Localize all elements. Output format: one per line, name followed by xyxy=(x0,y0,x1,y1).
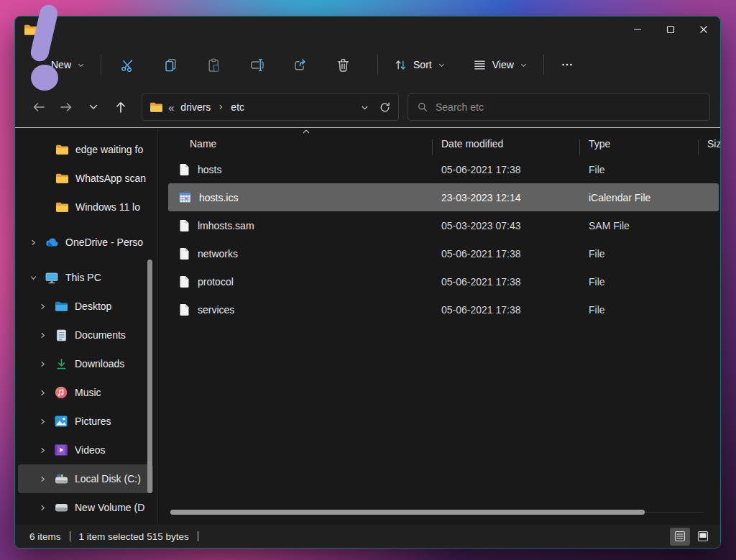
selection-count: 1 item selected xyxy=(79,531,144,542)
copy-icon xyxy=(163,58,178,73)
navigation-pane: edge waiting fo WhatsApp scan Windows 11… xyxy=(15,128,157,525)
file-row-hosts[interactable]: hosts 05-06-2021 17:38 File xyxy=(168,155,719,183)
this-pc-icon xyxy=(45,272,59,284)
trash-icon xyxy=(336,58,351,73)
copy-button[interactable] xyxy=(153,50,188,79)
sort-button-label: Sort xyxy=(413,59,432,70)
chevron-right-icon[interactable] xyxy=(37,389,47,397)
sidebar-item-label: New Volume (D xyxy=(75,502,144,513)
title-bar[interactable] xyxy=(15,17,720,42)
column-header-size[interactable]: Size xyxy=(699,138,720,150)
sidebar-item-local-disk-c[interactable]: Local Disk (C:) xyxy=(18,464,153,493)
sidebar-item-label: Videos xyxy=(75,444,106,456)
file-explorer-window: New xyxy=(14,16,721,548)
local-disk-icon xyxy=(54,474,68,485)
file-name: lmhosts.sam xyxy=(198,220,254,231)
chevron-right-icon[interactable] xyxy=(37,418,47,426)
horizontal-scrollbar[interactable] xyxy=(170,510,645,515)
search-input[interactable] xyxy=(436,101,701,113)
command-bar: New xyxy=(15,42,720,87)
column-header-type[interactable]: Type xyxy=(580,138,699,150)
sidebar-item-whatsapp-scan[interactable]: WhatsApp scan xyxy=(18,164,153,193)
file-type: File xyxy=(580,304,699,316)
selection-size: 515 bytes xyxy=(147,531,189,542)
forward-button[interactable] xyxy=(52,94,80,120)
minimize-button[interactable] xyxy=(621,17,654,42)
sidebar-scrollbar[interactable] xyxy=(147,260,152,493)
back-button[interactable] xyxy=(25,94,52,120)
onedrive-cloud-icon xyxy=(45,237,59,247)
paste-button[interactable] xyxy=(196,50,231,79)
downloads-icon xyxy=(54,358,68,370)
ellipsis-icon xyxy=(561,58,574,71)
address-dropdown-icon[interactable] xyxy=(360,103,369,112)
chevron-down-icon[interactable] xyxy=(28,274,38,282)
rename-button[interactable] xyxy=(239,50,274,79)
cut-button[interactable] xyxy=(110,50,144,79)
large-thumbnails-view-button[interactable] xyxy=(693,528,713,546)
status-separator xyxy=(70,531,70,541)
up-button[interactable] xyxy=(107,94,134,120)
file-name: hosts.ics xyxy=(199,192,238,203)
sidebar-item-documents[interactable]: Documents xyxy=(18,321,153,349)
file-icon xyxy=(179,219,190,232)
file-row-hosts-ics[interactable]: hosts.ics 23-03-2023 12:14 iCalendar Fil… xyxy=(168,183,719,211)
column-header-name[interactable]: Name xyxy=(158,138,433,150)
file-type: File xyxy=(580,164,699,175)
column-header-date-modified[interactable]: Date modified xyxy=(433,138,580,150)
sidebar-item-windows-11[interactable]: Windows 11 lo xyxy=(18,193,153,221)
delete-button[interactable] xyxy=(326,50,360,79)
chevron-right-icon[interactable] xyxy=(37,475,47,483)
file-row-networks[interactable]: networks 05-06-2021 17:38 File xyxy=(168,239,719,267)
more-options-button[interactable] xyxy=(553,50,581,79)
chevron-right-icon[interactable] xyxy=(37,360,47,368)
file-date: 05-03-2023 07:43 xyxy=(433,220,580,231)
file-icon xyxy=(179,275,190,288)
share-button[interactable] xyxy=(282,50,317,79)
folder-icon xyxy=(55,173,69,184)
close-button[interactable] xyxy=(687,17,720,42)
recent-locations-button[interactable] xyxy=(80,94,107,120)
sidebar-item-pictures[interactable]: Pictures xyxy=(18,407,153,436)
documents-icon xyxy=(54,329,68,341)
file-icon xyxy=(179,163,190,176)
breadcrumb-item-etc[interactable]: etc xyxy=(229,100,246,114)
chevron-right-icon[interactable] xyxy=(37,446,47,454)
sidebar-item-new-volume-d[interactable]: New Volume (D xyxy=(18,493,153,522)
file-date: 05-06-2021 17:38 xyxy=(433,304,580,316)
breadcrumb-item-drivers[interactable]: drivers xyxy=(179,100,212,114)
chevron-right-icon[interactable] xyxy=(28,239,38,247)
sidebar-item-videos[interactable]: Videos xyxy=(18,436,153,464)
sidebar-item-this-pc[interactable]: This PC xyxy=(18,263,153,292)
toolbar-separator xyxy=(377,55,378,75)
breadcrumb-overflow[interactable]: « xyxy=(168,101,174,114)
file-row-lmhosts-sam[interactable]: lmhosts.sam 05-03-2023 07:43 SAM File xyxy=(168,211,719,239)
file-icon xyxy=(179,247,190,260)
sidebar-item-desktop[interactable]: Desktop xyxy=(18,292,153,321)
refresh-icon[interactable] xyxy=(379,101,391,114)
chevron-right-icon[interactable] xyxy=(37,303,47,311)
chevron-right-icon xyxy=(217,104,224,111)
navigation-bar: « drivers etc xyxy=(15,87,720,127)
chevron-right-icon[interactable] xyxy=(37,331,47,339)
view-button[interactable]: View xyxy=(466,52,535,78)
file-list-pane: Name Date modified Type Size hosts 05-06… xyxy=(157,128,720,525)
sidebar-item-label: WhatsApp scan xyxy=(75,173,146,184)
sidebar-item-downloads[interactable]: Downloads xyxy=(18,349,153,378)
sidebar-item-label: This PC xyxy=(65,272,101,283)
file-row-protocol[interactable]: protocol 05-06-2021 17:38 File xyxy=(168,267,719,295)
details-view-button[interactable] xyxy=(670,528,690,546)
search-box[interactable] xyxy=(408,93,710,121)
sidebar-item-onedrive[interactable]: OneDrive - Perso xyxy=(18,228,153,257)
search-icon xyxy=(417,101,428,113)
address-bar[interactable]: « drivers etc xyxy=(142,93,399,121)
file-rows: hosts 05-06-2021 17:38 File hosts.ics 23… xyxy=(158,155,720,525)
chevron-right-icon[interactable] xyxy=(37,504,47,512)
sort-button[interactable]: Sort xyxy=(387,52,453,78)
file-row-services[interactable]: services 05-06-2021 17:38 File xyxy=(168,295,719,323)
sidebar-item-music[interactable]: Music xyxy=(18,378,153,407)
status-bar: 6 items 1 item selected 515 bytes xyxy=(15,525,720,548)
sidebar-item-edge-waiting[interactable]: edge waiting fo xyxy=(18,135,153,164)
maximize-button[interactable] xyxy=(654,17,687,42)
sidebar-item-label: Documents xyxy=(75,329,126,341)
